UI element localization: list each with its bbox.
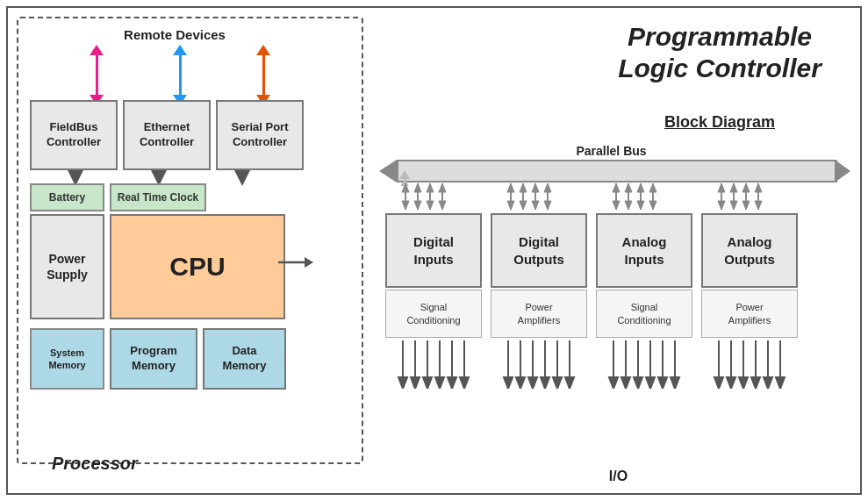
svg-marker-55 — [565, 377, 574, 389]
ai-bottom-arrows — [605, 340, 684, 389]
svg-marker-69 — [609, 377, 618, 389]
digital-outputs-module: DigitalOutputs PowerAmplifiers — [491, 183, 587, 389]
svg-marker-73 — [634, 377, 642, 389]
svg-marker-53 — [553, 377, 562, 389]
svg-marker-84 — [730, 183, 737, 192]
svg-marker-81 — [718, 183, 725, 192]
svg-marker-42 — [544, 183, 551, 192]
do-bottom-arrows — [499, 340, 578, 389]
svg-marker-90 — [755, 183, 762, 192]
system-memory-box: SystemMemory — [30, 328, 104, 390]
svg-marker-99 — [751, 377, 760, 389]
svg-marker-82 — [718, 201, 725, 210]
svg-marker-33 — [507, 183, 514, 192]
cpu-right-arrow — [278, 254, 313, 271]
controllers-row: FieldBusController EthernetController Se… — [30, 100, 304, 170]
right-panel: Programmable Logic Controller Block Diag… — [377, 8, 860, 493]
svg-marker-27 — [435, 377, 444, 389]
svg-marker-95 — [727, 377, 735, 389]
svg-marker-29 — [448, 377, 456, 389]
svg-marker-85 — [730, 201, 737, 210]
svg-marker-57 — [613, 183, 620, 192]
digital-inputs-module: DigitalInputs SignalConditioning — [385, 183, 482, 389]
svg-marker-4 — [305, 257, 313, 268]
analog-inputs-module: AnalogInputs SignalConditioning — [596, 183, 692, 389]
svg-marker-18 — [439, 183, 446, 192]
rtc-box: Real Time Clock — [110, 183, 206, 211]
digital-outputs-sub: PowerAmplifiers — [491, 290, 587, 338]
battery-rtc-row: Battery Real Time Clock — [30, 183, 206, 211]
arrow-blue — [173, 45, 187, 105]
analog-inputs-sub: SignalConditioning — [596, 290, 692, 338]
io-label: I/O — [609, 469, 628, 484]
svg-marker-67 — [649, 201, 656, 210]
ao-top-arrows — [714, 183, 785, 210]
fieldbus-controller: FieldBusController — [30, 100, 118, 170]
svg-marker-12 — [414, 183, 421, 192]
ao-bottom-arrows — [710, 340, 789, 389]
svg-marker-19 — [439, 201, 446, 210]
ps-cpu-row: PowerSupply CPU — [30, 214, 285, 319]
svg-marker-75 — [646, 377, 655, 389]
di-bottom-arrows — [394, 340, 473, 389]
svg-marker-60 — [625, 183, 632, 192]
parallel-bus-label: Parallel Bus — [372, 144, 850, 158]
svg-marker-37 — [520, 201, 527, 210]
svg-marker-13 — [414, 201, 421, 210]
svg-marker-61 — [625, 201, 632, 210]
svg-marker-39 — [532, 183, 539, 192]
ai-top-arrows — [609, 183, 679, 210]
svg-marker-47 — [516, 377, 525, 389]
svg-marker-40 — [532, 201, 539, 210]
svg-marker-91 — [755, 201, 762, 210]
svg-marker-87 — [742, 183, 750, 192]
arrow-orange — [256, 45, 270, 105]
svg-marker-31 — [460, 377, 469, 389]
diagram-container: Remote Devices — [6, 6, 862, 495]
io-modules-row: DigitalInputs SignalConditioning — [385, 183, 798, 389]
analog-outputs-module: AnalogOutputs PowerAmplifiers — [701, 183, 798, 389]
svg-marker-10 — [402, 201, 409, 210]
svg-marker-101 — [764, 377, 772, 389]
svg-marker-9 — [402, 183, 409, 192]
data-memory-box: DataMemory — [203, 328, 286, 390]
svg-marker-88 — [742, 201, 750, 210]
digital-outputs-box: DigitalOutputs — [491, 213, 587, 288]
svg-marker-43 — [544, 201, 551, 210]
svg-marker-71 — [621, 377, 630, 389]
analog-inputs-box: AnalogInputs — [596, 213, 692, 288]
svg-marker-64 — [637, 201, 644, 210]
svg-marker-34 — [507, 201, 514, 210]
digital-inputs-box: DigitalInputs — [385, 213, 482, 288]
svg-marker-66 — [649, 183, 656, 192]
svg-marker-23 — [411, 377, 420, 389]
svg-marker-103 — [776, 377, 785, 389]
cpu-box: CPU — [110, 214, 285, 319]
memory-row: SystemMemory ProgramMemory DataMemory — [30, 328, 286, 390]
svg-marker-16 — [427, 201, 434, 210]
do-top-arrows — [504, 183, 574, 210]
svg-marker-21 — [398, 377, 407, 389]
plc-title: Programmable Logic Controller — [597, 21, 843, 84]
svg-marker-79 — [671, 377, 679, 389]
arrow-pink — [90, 45, 104, 105]
arrow-ctrl-right — [234, 170, 250, 186]
svg-marker-45 — [504, 377, 513, 389]
left-panel: Remote Devices — [8, 8, 377, 493]
block-diagram-label: Block Diagram — [597, 113, 843, 132]
processor-label: Processor — [52, 454, 138, 474]
remote-devices-label: Remote Devices — [78, 27, 271, 42]
ethernet-controller: EthernetController — [123, 100, 211, 170]
svg-marker-58 — [613, 201, 620, 210]
analog-outputs-sub: PowerAmplifiers — [701, 290, 798, 338]
svg-marker-63 — [637, 183, 644, 192]
program-memory-box: ProgramMemory — [110, 328, 197, 390]
serial-port-controller: Serial PortController — [216, 100, 304, 170]
di-top-arrows — [398, 183, 469, 210]
svg-marker-5 — [399, 170, 410, 179]
svg-marker-51 — [541, 377, 549, 389]
svg-marker-36 — [520, 183, 527, 192]
svg-marker-93 — [714, 377, 723, 389]
svg-marker-25 — [423, 377, 432, 389]
svg-marker-77 — [658, 377, 667, 389]
